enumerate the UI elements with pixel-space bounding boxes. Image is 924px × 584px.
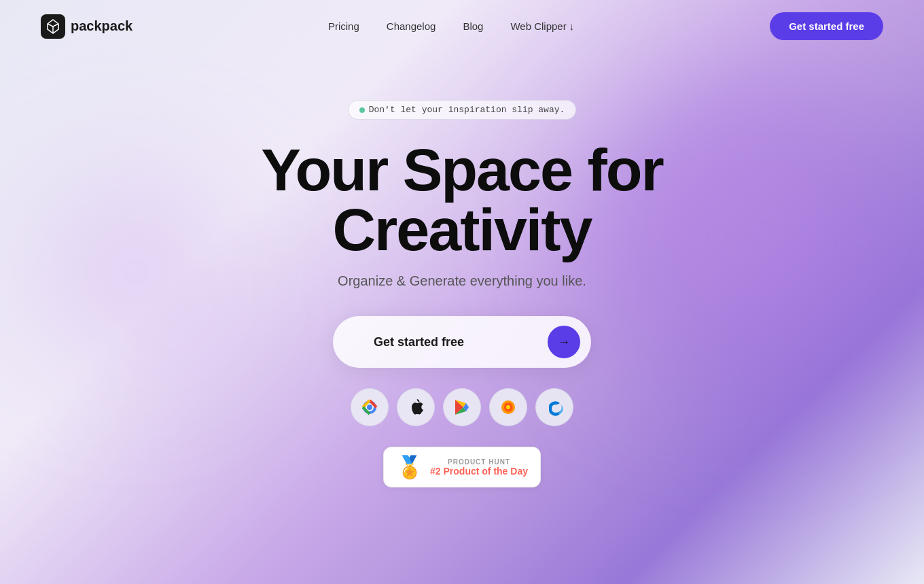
ph-medal-icon: 🏅 [396,454,423,480]
cta-arrow-icon: → [548,326,580,358]
nav-changelog[interactable]: Changelog [387,20,436,32]
tagline-dot [359,107,365,113]
svg-point-3 [367,405,372,410]
svg-point-6 [506,405,510,409]
google-play-icon[interactable] [443,388,481,426]
tagline-badge: Don't let your inspiration slip away. [348,100,577,120]
nav-blog[interactable]: Blog [463,20,483,32]
hero-subtitle: Organize & Generate everything you like. [338,273,586,289]
logo-text: packpack [71,18,132,34]
firefox-icon[interactable] [489,388,527,426]
nav-pricing[interactable]: Pricing [328,20,359,32]
tagline-text: Don't let your inspiration slip away. [369,105,565,115]
hero-section: Don't let your inspiration slip away. Yo… [0,52,924,487]
ph-text: PRODUCT HUNT #2 Product of the Day [430,458,528,477]
logo[interactable]: packpack [41,14,132,39]
nav-cta-button[interactable]: Get started free [770,12,883,40]
navbar: packpack Pricing Changelog Blog Web Clip… [0,0,924,52]
chrome-icon[interactable] [351,388,389,426]
platform-icons [351,388,573,426]
hero-cta-label: Get started free [374,335,464,349]
ph-rank: #2 Product of the Day [430,466,528,477]
nav-links: Pricing Changelog Blog Web Clipper ↓ [328,20,574,33]
hero-cta-button[interactable]: Get started free → [333,316,591,368]
nav-web-clipper[interactable]: Web Clipper ↓ [510,20,574,32]
apple-icon[interactable] [397,388,435,426]
hero-title: Your Space for Creativity [156,140,768,260]
edge-icon[interactable] [535,388,573,426]
product-hunt-badge[interactable]: 🏅 PRODUCT HUNT #2 Product of the Day [383,447,541,487]
logo-icon [41,14,65,39]
ph-label: PRODUCT HUNT [430,458,528,466]
